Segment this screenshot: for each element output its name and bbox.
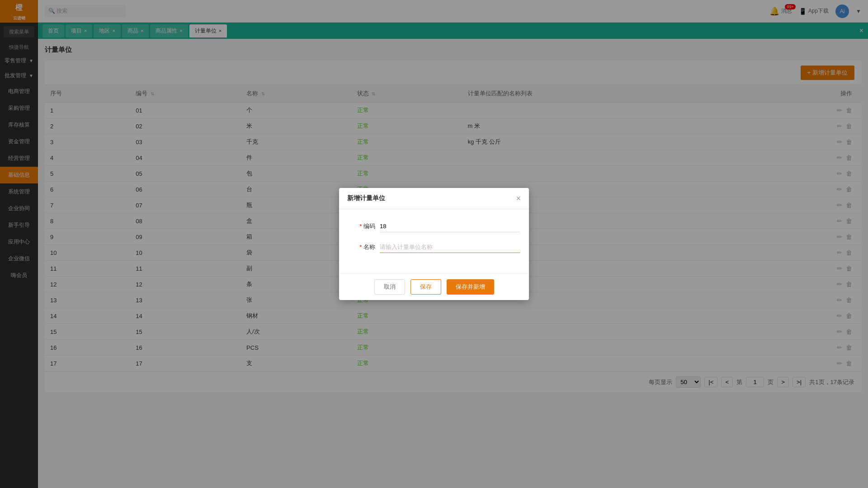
modal-close-button[interactable]: × [516, 194, 521, 202]
cancel-button[interactable]: 取消 [374, 279, 405, 295]
form-row-name: * 名称 [348, 241, 520, 253]
form-row-code: * 编码 [348, 221, 520, 232]
code-label: * 编码 [348, 222, 375, 230]
modal-header: 新增计量单位 × [339, 188, 529, 209]
name-input[interactable] [380, 241, 520, 253]
modal-overlay: 新增计量单位 × * 编码 * 名称 取消 保存 保存并新增 [0, 0, 868, 488]
required-star: * [359, 223, 362, 230]
modal-footer: 取消 保存 保存并新增 [339, 273, 529, 300]
modal-title: 新增计量单位 [347, 194, 385, 202]
add-unit-modal: 新增计量单位 × * 编码 * 名称 取消 保存 保存并新增 [339, 188, 529, 300]
save-and-new-button[interactable]: 保存并新增 [447, 279, 494, 295]
save-button[interactable]: 保存 [410, 279, 441, 295]
required-star-name: * [359, 244, 362, 250]
modal-body: * 编码 * 名称 [339, 209, 529, 273]
code-input[interactable] [380, 221, 520, 232]
name-label: * 名称 [348, 243, 375, 251]
